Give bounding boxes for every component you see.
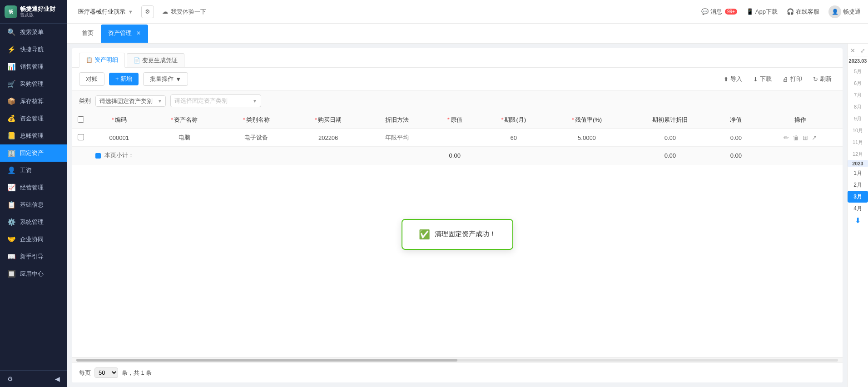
online-service-button[interactable]: 🎧 在线客服 [787, 8, 819, 16]
new-button[interactable]: + 新增 [109, 73, 139, 85]
row-depreciation: 年限平均 [364, 129, 430, 147]
month-3-current[interactable]: 3月 [848, 191, 868, 203]
sidebar-item-operations[interactable]: 📈经营管理 [0, 179, 67, 196]
sidebar-item-basic[interactable]: 📋基础信息 [0, 196, 67, 213]
category-input[interactable]: 请选择固定资产类别 ▼ [170, 94, 261, 107]
app-label: App下载 [755, 8, 778, 16]
th-category: *类别名称 [220, 111, 292, 129]
panel-curr-year: 2023 [848, 160, 868, 167]
refresh-button[interactable]: ↻ 刷新 [809, 73, 835, 85]
import-button[interactable]: ⬆ 导入 [720, 73, 746, 85]
sidebar-icon-funds: 💰 [7, 114, 15, 123]
sidebar-item-payroll[interactable]: 👤工资 [0, 162, 67, 179]
subtotal-label: 本页小计： [95, 152, 134, 159]
subtotal-original: 0.00 [430, 147, 480, 164]
sidebar-item-system[interactable]: ⚙️系统管理 [0, 213, 67, 231]
tab-asset-mgmt[interactable]: 资产管理 ✕ [101, 25, 148, 43]
panel-expand-button[interactable]: ⤢ [860, 47, 865, 54]
sidebar-item-corp[interactable]: 🤝企业协同 [0, 231, 67, 248]
edit-button[interactable]: ✏ [784, 134, 789, 141]
messages-icon: 💬 [701, 8, 709, 15]
sidebar-collapse-icon[interactable]: ◀ [55, 375, 60, 382]
copy-button[interactable]: ⊞ [803, 134, 808, 141]
messages-button[interactable]: 💬 消息 99+ [701, 8, 737, 16]
topbar-right: 💬 消息 99+ 📱 App下载 🎧 在线客服 👤 畅捷通 [701, 5, 861, 18]
month-1[interactable]: 1月 [848, 167, 868, 179]
topbar-settings-button[interactable]: ⚙ [141, 5, 154, 18]
sidebar-item-ledger[interactable]: 📒总账管理 [0, 127, 67, 144]
sidebar-item-search[interactable]: 🔍搜索菜单 [0, 24, 67, 41]
batch-arrow-icon: ▼ [175, 76, 181, 83]
scrollbar-thumb[interactable] [76, 359, 457, 362]
sidebar-icon-purchase: 🛒 [7, 80, 15, 88]
month-11[interactable]: 11月 [848, 136, 868, 148]
row-residual-rate: 5.0000 [548, 129, 626, 147]
row-name: 电脑 [149, 129, 220, 147]
sidebar-item-funds[interactable]: 💰资金管理 [0, 110, 67, 127]
sidebar-item-purchase[interactable]: 🛒采购管理 [0, 75, 67, 93]
right-panel: ✕ ⤢ 2023.03 5月 6月 7月 8月 9月 10月 11月 12月 2… [847, 44, 868, 387]
reconcile-button[interactable]: 对账 [79, 72, 104, 86]
category-input-arrow: ▼ [253, 99, 257, 104]
sidebar-label-quicknav: 快捷导航 [20, 45, 44, 54]
sidebar-icon-system: ⚙️ [7, 218, 15, 226]
experience-label: 我要体验一下 [171, 8, 206, 16]
sidebar-item-quicknav[interactable]: ⚡快捷导航 [0, 41, 67, 58]
th-actions: 操作 [758, 111, 843, 129]
tabs-bar: 首页 资产管理 ✕ [67, 24, 868, 44]
month-12[interactable]: 12月 [848, 148, 868, 160]
user-menu[interactable]: 👤 畅捷通 [828, 5, 861, 18]
print-button[interactable]: 🖨 打印 [779, 73, 806, 85]
month-2[interactable]: 2月 [848, 179, 868, 191]
app-download-button[interactable]: 📱 App下载 [746, 8, 778, 16]
sidebar-label-operations: 经营管理 [20, 184, 44, 192]
category-select[interactable]: 请选择固定资产类别电子设备机械设备房屋建筑 [95, 95, 166, 107]
th-original-value: *原值 [430, 111, 480, 129]
messages-label: 消息 [710, 8, 722, 16]
month-5[interactable]: 5月 [848, 65, 868, 77]
horizontal-scrollbar[interactable] [72, 357, 843, 362]
sidebar-item-guide[interactable]: 📖新手引导 [0, 248, 67, 265]
panel-down-arrow[interactable]: ⬇ [855, 216, 861, 225]
scrollbar-track [76, 359, 838, 362]
sidebar-logo: 畅 畅捷通好业财 普及版 [0, 0, 67, 24]
row-checkbox[interactable] [78, 134, 84, 140]
th-residual-rate: *残值率(%) [548, 111, 626, 129]
asset-detail-icon: 📋 [86, 57, 93, 63]
sidebar-item-inventory[interactable]: 📦库存核算 [0, 93, 67, 110]
sidebar-item-sales[interactable]: 📊销售管理 [0, 58, 67, 75]
company-selector[interactable]: 医疗器械行业演示 ▼ [74, 6, 137, 18]
select-all-checkbox[interactable] [78, 116, 84, 123]
month-6[interactable]: 6月 [848, 77, 868, 89]
batch-button[interactable]: 批量操作 ▼ [143, 72, 188, 86]
delete-button[interactable]: 🗑 [793, 134, 799, 141]
sidebar-item-fixed[interactable]: 🏢固定资产 [0, 144, 67, 162]
panel-bottom-actions: ⬇ [848, 214, 868, 227]
tab-home[interactable]: 首页 [74, 25, 101, 43]
sidebar-item-apps[interactable]: 🔲应用中心 [0, 265, 67, 283]
month-7[interactable]: 7月 [848, 89, 868, 101]
sidebar: 畅 畅捷通好业财 普及版 🔍搜索菜单⚡快捷导航📊销售管理🛒采购管理📦库存核算💰资… [0, 0, 67, 387]
month-10[interactable]: 10月 [848, 124, 868, 136]
per-page-select[interactable]: 102050100 [94, 367, 118, 378]
logo-subtitle: 普及版 [20, 12, 55, 18]
row-original-value [430, 129, 480, 147]
new-label: + 新增 [115, 75, 132, 83]
sub-tab-change-voucher[interactable]: 📄 变更生成凭证 [127, 53, 184, 67]
more-button[interactable]: ↗ [812, 134, 817, 141]
tab-close-icon[interactable]: ✕ [136, 30, 141, 36]
th-name: *资产名称 [149, 111, 220, 129]
topbar: 医疗器械行业演示 ▼ ⚙ ☁ 我要体验一下 💬 消息 99+ 📱 App下载 🎧… [67, 0, 868, 24]
service-icon: 🎧 [787, 8, 794, 15]
sidebar-label-corp: 企业协同 [20, 235, 44, 243]
download-button[interactable]: ⬇ 下载 [749, 73, 775, 85]
month-4[interactable]: 4月 [848, 203, 868, 214]
table-header: *编码 *资产名称 *类别名称 *购买日期 折旧方法 *原值 *期限(月) *残… [72, 111, 843, 129]
sub-tab-asset-detail[interactable]: 📋 资产明细 [79, 53, 125, 68]
experience-button[interactable]: ☁ 我要体验一下 [162, 8, 206, 16]
month-9[interactable]: 9月 [848, 113, 868, 124]
sidebar-settings-icon[interactable]: ⚙ [7, 375, 13, 382]
month-8[interactable]: 8月 [848, 101, 868, 113]
sidebar-icon-corp: 🤝 [7, 235, 15, 243]
panel-close-button[interactable]: ✕ [850, 47, 855, 54]
